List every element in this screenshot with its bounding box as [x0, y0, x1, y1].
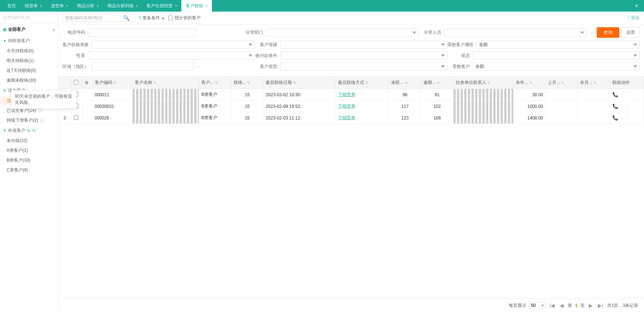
filter-field-sparse: 零散客户 全部	[447, 62, 640, 70]
settings-button[interactable]: 设置	[621, 27, 640, 38]
cell-date-0: 2023-03-02 10:30:	[263, 89, 336, 101]
cell-method-2[interactable]: 下销货单	[335, 112, 389, 124]
edit-icon-value[interactable]: ✎	[32, 128, 36, 133]
sidebar-item-declining[interactable]: 持续下滑客户(2) ⓘ	[0, 116, 58, 125]
tab-customer-contact[interactable]: 客户联络 ×	[181, 0, 212, 12]
tab-home[interactable]: 首页	[3, 0, 20, 12]
sidebar-group-value[interactable]: ▼ 价值客户 ↻ ✎	[0, 125, 58, 136]
cell-unit-contact-1	[453, 101, 513, 112]
table-row: 2 00030031 B类客户 15 2023-02-09 19:52: 下销货…	[58, 101, 644, 112]
sidebar: 🔍 ⊞ 全部客户 « ▼ 待联络客户 今天待联络(0) 明天待联络(1) 近7天…	[0, 12, 58, 312]
action-phone-icon-0[interactable]: 📞	[612, 92, 618, 97]
current-page-number: 1	[575, 303, 577, 308]
next-page-button[interactable]: ▶	[588, 303, 594, 308]
sidebar-search-wrap: 🔍	[0, 12, 58, 24]
cell-action-1: 📞 ⋮⋮	[610, 101, 644, 112]
filter-more-person[interactable]: ···	[587, 30, 597, 36]
th-code-label: 客户编码	[95, 80, 112, 86]
action-more-icon-1[interactable]: ⋮⋮	[619, 104, 629, 109]
tab-analysis-list-close[interactable]: ×	[136, 4, 138, 8]
filter-select-person[interactable]	[444, 29, 587, 37]
filter-select-dept[interactable]	[266, 29, 419, 37]
cell-check-2[interactable]	[71, 112, 82, 124]
filter-select-sparse[interactable]: 全部	[473, 62, 640, 70]
my-customers-checkbox[interactable]	[168, 16, 173, 20]
sidebar-item-week7-label: 近7天待联络(0)	[7, 68, 36, 73]
filter-select-price-level[interactable]	[92, 41, 255, 49]
filter-select-payment[interactable]	[280, 52, 447, 60]
th-not-contacted: 未联... ⇅	[389, 77, 421, 89]
sort-icon-date: ⇅	[293, 81, 296, 85]
filter-select-status[interactable]	[473, 52, 640, 60]
th-contact: 联络... ⇅	[231, 77, 263, 89]
action-more-icon-0[interactable]: ⋮⋮	[619, 92, 629, 97]
sidebar-arrow-lost: ▼	[3, 89, 7, 93]
tab-sales[interactable]: 销货单 ×	[20, 0, 47, 12]
action-more-icon-2[interactable]: ⋮⋮	[619, 115, 629, 121]
sidebar-item-ungroup[interactable]: 未分组(32)	[0, 136, 58, 146]
main-search-icon[interactable]: 🔍	[123, 15, 129, 21]
sidebar-item-type-b[interactable]: B类客户(33)	[0, 155, 58, 165]
filter-select-nature[interactable]	[88, 52, 255, 60]
th-last-contact-method: 最后联络方式 ⇅	[335, 77, 389, 89]
tab-sales-close[interactable]: ×	[40, 4, 42, 8]
sidebar-group-pending[interactable]: ▼ 待联络客户	[0, 36, 58, 46]
sort-icon-code: ⇅	[113, 81, 116, 85]
filter-row-3: 性质 收付款条件 状态	[63, 52, 640, 60]
th-check[interactable]	[71, 77, 82, 89]
filter-select-sparse-attr[interactable]: 全部	[476, 41, 640, 49]
action-phone-icon-1[interactable]: 📞	[612, 104, 618, 109]
tab-analysis-list-label: 商品分析列表	[108, 3, 134, 9]
filter-input-region[interactable]	[92, 62, 193, 70]
tab-purchase-close[interactable]: ×	[66, 4, 68, 8]
per-page-select[interactable]: 50 100 200	[529, 302, 546, 309]
last-page-button[interactable]: ▶|	[597, 303, 604, 308]
prev-page-button[interactable]: ◀	[559, 303, 565, 308]
tab-customer-tier-close[interactable]: ×	[175, 4, 177, 8]
tab-analysis[interactable]: 商品分析 ×	[73, 0, 103, 12]
sidebar-all-customers[interactable]: ⊞ 全部客户 «	[0, 24, 58, 36]
tab-customer-contact-close[interactable]: ×	[205, 4, 208, 8]
filter-select-cust-level[interactable]	[280, 41, 447, 49]
tab-sales-label: 销货单	[25, 3, 38, 9]
th-this-year-label: 本年...	[516, 80, 528, 86]
filter-more-region[interactable]: ···	[193, 64, 204, 69]
filter-label-price-level: 客户价格等级	[63, 42, 92, 48]
cell-settings-0	[82, 89, 92, 101]
sidebar-item-overdue[interactable]: 逾期未联络(30)	[0, 76, 58, 85]
row-checkbox-2[interactable]	[74, 115, 79, 120]
sidebar-search-input[interactable]	[3, 15, 57, 20]
more-filter-button[interactable]: ▽ 更多条件 ▲	[138, 15, 165, 21]
query-button[interactable]: 查询	[597, 27, 619, 38]
filter-label-cust-level: 客户等级	[255, 42, 280, 48]
th-settings[interactable]: ⚙	[82, 77, 92, 89]
select-all-checkbox[interactable]	[74, 80, 79, 85]
first-page-button[interactable]: |◀	[548, 303, 556, 308]
refresh-icon-value[interactable]: ↻	[27, 128, 31, 133]
tab-customer-tier[interactable]: 客户分层经营 ×	[142, 0, 181, 12]
column-settings-icon[interactable]: ⚙	[85, 80, 89, 85]
filter-field-price-level: 客户价格等级	[63, 41, 255, 49]
tab-analysis-list[interactable]: 商品分析列表 ×	[103, 0, 142, 12]
cell-contact-1: 15	[231, 101, 263, 112]
filter-row-2: 客户价格等级 客户等级 零散客户属性 全部	[63, 41, 640, 49]
main-search-input[interactable]	[65, 15, 123, 20]
sidebar-item-type-a[interactable]: A类客户(1)	[0, 146, 58, 155]
th-this-month: 本月... ⇅	[578, 77, 610, 89]
cell-method-1[interactable]: 下销货单	[335, 101, 389, 112]
filter-input-phone[interactable]	[88, 29, 197, 37]
action-phone-icon-2[interactable]: 📞	[612, 115, 618, 121]
tab-customer-contact-label: 客户联络	[186, 3, 203, 9]
sidebar-item-today[interactable]: 今天待联络(0)	[0, 46, 58, 56]
filter-label-region: 区域（地区）	[63, 64, 92, 70]
app-close-button[interactable]: ×	[632, 3, 641, 9]
export-button[interactable]: ↑ 导出	[628, 15, 640, 21]
tab-analysis-close[interactable]: ×	[97, 4, 99, 8]
sidebar-item-week7[interactable]: 近7天待联络(0)	[0, 66, 58, 76]
sidebar-item-type-c[interactable]: C类客户(6)	[0, 165, 58, 175]
tab-purchase[interactable]: 进货单 ×	[47, 0, 73, 12]
filter-select-cust-type[interactable]	[280, 62, 447, 70]
sidebar-item-tomorrow[interactable]: 明天待联络(1)	[0, 56, 58, 66]
tab-purchase-label: 进货单	[51, 3, 64, 9]
cell-method-0[interactable]: 下销货单	[335, 89, 389, 101]
